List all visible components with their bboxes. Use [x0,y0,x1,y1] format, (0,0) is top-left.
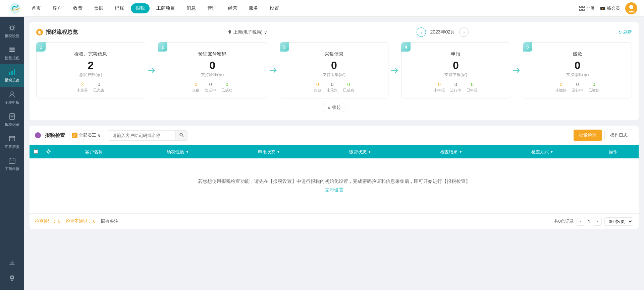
pass-stat: 检查通过： 0 [35,218,60,224]
step-1-title: 授权、完善信息 [74,51,107,57]
flow-step-3: 3 采集信息 0 支持采集(家) 0 失败 0 未采集 [280,42,389,98]
svg-rect-15 [14,69,15,75]
personal-tax-label: 个税申报 [5,100,19,105]
refresh-button[interactable]: ↻ 刷新 [618,29,632,35]
tax-settings-icon [8,24,16,32]
fullscreen-label: 全屏 [586,5,595,11]
prev-month-button[interactable]: ‹ [417,27,426,37]
nav-item-admin[interactable]: 管理 [203,3,221,13]
next-month-button[interactable]: › [459,27,469,37]
sidebar-item-annual-report[interactable]: 工商年报 [0,153,24,175]
content-area: ⊕ 报税流程总览 上海(电子税局) ∨ ‹ 2023年02月 › ↻ 刷新 [24,17,644,290]
sidebar-item-location[interactable] [0,271,24,287]
nav-item-business[interactable]: 工商项目 [152,3,180,13]
settings-icon[interactable] [46,149,51,154]
flow-title-icon: ⊕ [36,29,43,35]
step-5-subtitle: 支持缴款(家) [566,72,589,78]
logo[interactable] [7,0,23,17]
location-icon [9,275,15,283]
svg-rect-4 [583,9,584,11]
batch-tax-icon [8,46,16,55]
arrow-2 [267,42,280,98]
operation-log-button[interactable]: 操作日志 [604,130,633,141]
col-check-result: 检查结果 ▼ [406,145,497,158]
svg-point-23 [48,150,50,152]
next-page-button[interactable]: › [593,217,602,226]
sidebar-item-tax-record[interactable]: 报税记录 [0,109,24,131]
step-4-num: 4 [401,42,411,52]
vip-button[interactable]: ▶ 畅会员 [600,5,620,11]
declare-status-filter-icon[interactable]: ▼ [277,150,280,154]
nav-item-message[interactable]: 消息 [182,3,201,13]
nav-item-bookkeeping[interactable]: 记账 [110,3,129,13]
operation-header: 操作 [592,149,635,155]
fullscreen-button[interactable]: 全屏 [579,5,595,11]
first-page-button[interactable]: ‹ [577,217,585,226]
nav-item-home[interactable]: 首页 [27,3,46,13]
collapse-button[interactable]: ∧ 收起 [322,103,346,112]
batch-tax-label: 批量报税 [5,56,19,60]
flow-header: ⊕ 报税流程总览 上海(电子税局) ∨ ‹ 2023年02月 › ↻ 刷新 [36,27,632,37]
svg-rect-18 [9,136,15,141]
step-5-num: 5 [523,42,532,52]
svg-rect-14 [11,71,13,75]
search-input[interactable] [108,131,175,140]
sidebar-item-personal-tax[interactable]: 个税申报 [0,87,24,109]
nav-item-fee[interactable]: 收费 [68,3,87,13]
step-2-stat-1: 0 验证中 [205,82,216,93]
check-method-header: 检查方式 ▼ [501,149,584,155]
step-5-val-1: 0 [576,82,579,87]
step-2-label-1: 验证中 [205,88,216,93]
pay-status-filter-icon[interactable]: ▼ [368,150,371,154]
tax-overview-label: 报税总览 [5,78,19,82]
step-2-label-2: 已成功 [221,88,232,93]
settlement-label: 汇算清缴 [5,145,19,149]
fail-value[interactable]: 0 [93,219,95,224]
pass-value[interactable]: 0 [58,219,60,224]
staff-dropdown-icon: ∨ [98,133,101,138]
nav-item-settings[interactable]: 设置 [265,3,284,13]
current-page: 1 [588,219,590,224]
check-result-filter-icon[interactable]: ▼ [459,150,462,154]
tax-overview-icon [8,68,16,77]
step-1-val-1: 0 [98,82,100,87]
nav-item-invoice[interactable]: 票据 [89,3,108,13]
step-2-stat-0: 0 失败 [192,82,200,93]
batch-check-button[interactable]: 批量检查 [574,130,602,141]
step-3-subtitle: 支持采集(家) [323,72,345,78]
step-4-count: 0 [453,60,459,71]
step-4-stats: 0 未申报 0 进行中 0 已申报 [434,82,478,93]
nav-item-service[interactable]: 服务 [244,3,263,13]
step-3-title: 采集信息 [325,51,343,57]
staff-select[interactable]: 人 全部员工 ∨ [69,131,104,140]
step-3-stat-2: 0 已成功 [343,82,354,93]
step-1-label-1: 已完善 [93,88,104,93]
search-button[interactable] [175,131,187,140]
nav-item-customer[interactable]: 客户 [48,3,66,13]
per-page-select[interactable]: 30 条/页 [604,217,633,226]
check-method-filter-icon[interactable]: ▼ [550,150,553,154]
setup-link[interactable]: 立即设置 [36,187,632,193]
tax-nature-filter-icon[interactable]: ▼ [185,150,189,154]
customer-name-header: 客户名称 [59,149,128,155]
nav-item-operation[interactable]: 经营 [223,3,242,13]
step-1-stats: 2 未完善 0 已完善 [77,82,104,93]
check-table: 客户名称 纳税性质 ▼ 申报状态 [30,145,639,213]
select-all-checkbox[interactable] [34,149,38,154]
sidebar-item-tax-settings[interactable]: 报税设置 [0,20,24,42]
arrow-3 [388,42,401,98]
step-5-val-2: 0 [593,82,595,87]
sidebar-item-download[interactable] [0,255,24,271]
flow-location[interactable]: 上海(电子税局) ∨ [227,29,267,35]
empty-state-message: 若您想使用报税检查功能，请先在【报税设置】中进行报税的初始化设置，完成密码验证和… [198,178,470,184]
sidebar-item-tax-overview[interactable]: 报税总览 [0,64,24,86]
pagination: 共0条记录 ‹ 1 › 30 条/页 [554,217,633,226]
flow-nav: ‹ 2023年02月 › [417,27,469,37]
step-5-stat-2: 0 已缴款 [588,82,599,93]
user-avatar[interactable] [625,2,637,14]
sidebar-item-settlement[interactable]: 汇算清缴 [0,131,24,153]
nav-item-tax[interactable]: 报税 [131,3,150,13]
flow-title-text: 报税流程总览 [46,29,78,36]
sidebar-item-batch-tax[interactable]: 批量报税 [0,42,24,64]
tax-settings-label: 报税设置 [5,34,19,38]
